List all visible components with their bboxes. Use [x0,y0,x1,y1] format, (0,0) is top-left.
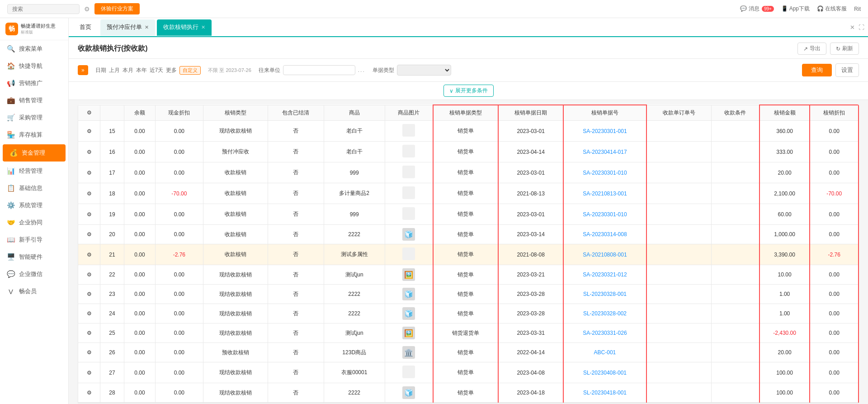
query-btn[interactable]: 查询 [802,64,832,76]
td-gear[interactable]: ⚙ [78,225,100,244]
td-bill-no[interactable]: SA-20230301-010 [563,204,646,225]
date-this-year[interactable]: 本年 [136,67,147,74]
th-gear[interactable]: ⚙ [78,105,100,121]
td-gear[interactable]: ⚙ [78,244,100,265]
sidebar-item-quicknav[interactable]: 🏠 快捷导航 [0,57,68,75]
td-receipt-cond [711,204,760,225]
bill-no-link[interactable]: SL-20230328-002 [583,310,627,317]
td-bill-no[interactable]: SA-20210808-001 [563,244,646,265]
date-last-month[interactable]: 上月 [109,67,120,74]
tab-prepay-close[interactable]: ✕ [145,24,149,30]
td-bill-no[interactable]: ABC-001 [563,343,646,362]
bill-type-select[interactable]: 销货单 销货退货单 [397,65,451,76]
bill-no-link[interactable]: SL-20230418-001 [583,390,627,396]
tab-expand-icon[interactable]: ⛶ [859,24,864,31]
sidebar-item-inventory[interactable]: 🏪 库存核算 [0,126,68,143]
bill-no-link[interactable]: SA-20230321-012 [583,271,627,278]
td-gear[interactable]: ⚙ [78,121,100,142]
bill-no-link[interactable]: SA-20230414-017 [583,149,627,155]
goods-image-blank [402,166,415,178]
refresh-btn[interactable]: ↻ 刷新 [830,43,859,55]
tab-receipt[interactable]: 收款核销执行 ✕ [157,19,212,36]
user-label[interactable]: Rit [854,6,861,12]
td-bill-no[interactable]: SL-20230328-001 [563,285,646,304]
table-area[interactable]: ⚙ 余额 现金折扣 核销类型 包含已结清 商品 商品图片 核销单据类型 核销单据… [69,100,868,404]
export-btn[interactable]: ↗ 导出 [797,43,826,55]
tab-home[interactable]: 首页 [72,19,99,36]
td-type: 收款核销 [203,204,268,225]
td-bill-no[interactable]: SA-20230301-001 [563,121,646,142]
td-seq: 23 [100,285,124,304]
td-bill-date: 2023-03-28 [498,285,563,304]
sidebar-item-system[interactable]: ⚙️ 系统管理 [0,197,68,214]
settings-btn[interactable]: 设置 [835,63,859,77]
td-type: 收款核销 [203,244,268,265]
date-more[interactable]: 更多 [166,67,177,74]
bill-no-link[interactable]: SL-20230408-001 [583,370,627,376]
online-service[interactable]: 🎧 在线客服 [817,5,847,13]
td-balance: 0.00 [124,244,155,265]
sidebar-item-corp[interactable]: 🤝 企业协同 [0,214,68,231]
expand-more-btn[interactable]: ∨ 展开更多条件 [443,85,494,97]
sidebar-item-sales[interactable]: 💼 销售管理 [0,92,68,109]
td-bill-type: 销货单 [433,162,498,183]
td-gear[interactable]: ⚙ [78,265,100,285]
date-custom[interactable]: 自定义 [179,66,201,75]
td-seq: 17 [100,162,124,183]
gear-icon[interactable]: ⚙ [84,5,90,13]
sidebar-item-search[interactable]: 🔍 搜索菜单 [0,40,68,57]
date-this-month[interactable]: 本月 [123,67,133,74]
td-gear[interactable]: ⚙ [78,323,100,343]
td-gear[interactable]: ⚙ [78,285,100,304]
app-download[interactable]: 📱 App下载 [781,5,810,13]
td-gear[interactable]: ⚙ [78,142,100,162]
td-bill-no[interactable]: SA-20230414-017 [563,142,646,162]
sidebar-item-basic[interactable]: 📋 基础信息 [0,180,68,197]
sidebar-label-wechat: 企业微信 [19,270,42,278]
td-seq: 22 [100,265,124,285]
bill-no-link[interactable]: SA-20210808-001 [583,252,627,258]
td-bill-no[interactable]: SA-20230314-008 [563,225,646,244]
td-gear[interactable]: ⚙ [78,162,100,183]
industry-btn[interactable]: 休验行业方案 [94,3,140,14]
sidebar-item-operation[interactable]: 📊 经营管理 [0,162,68,180]
td-settled: 否 [268,142,324,162]
sidebar-item-finance[interactable]: 💰 资金管理 [3,144,66,162]
bill-no-link[interactable]: SA-20230314-008 [583,231,627,238]
td-bill-no[interactable]: SL-20230328-002 [563,304,646,323]
bill-no-link[interactable]: SL-20230328-001 [583,291,627,297]
td-bill-no[interactable]: SA-20230321-012 [563,265,646,285]
td-gear[interactable]: ⚙ [78,304,100,323]
tab-receipt-close[interactable]: ✕ [201,24,205,30]
sidebar-item-marketing[interactable]: 📢 营销推广 [0,75,68,92]
tab-prepay[interactable]: 预付冲应付单 ✕ [100,19,155,36]
search-input[interactable] [7,4,80,14]
sidebar-item-wechat[interactable]: 💬 企业微信 [0,266,68,283]
td-bill-no[interactable]: SA-20210813-001 [563,183,646,204]
sidebar-item-member[interactable]: V 畅会员 [0,283,68,300]
bill-no-link[interactable]: ABC-001 [594,349,616,356]
td-gear[interactable]: ⚙ [78,383,100,403]
tab-close-all-icon[interactable]: ✕ [850,24,855,31]
bill-no-link[interactable]: SA-20210813-001 [583,190,627,197]
td-bill-no[interactable]: SA-20230301-010 [563,162,646,183]
td-gear[interactable]: ⚙ [78,362,100,383]
bill-no-link[interactable]: SA-20230301-001 [583,128,627,134]
sidebar-item-guide[interactable]: 📖 新手引导 [0,231,68,248]
date-7days[interactable]: 近7天 [150,67,164,74]
sidebar-item-hardware[interactable]: 🖥️ 智能硬件 [0,248,68,266]
sidebar-item-purchase[interactable]: 🛒 采购管理 [0,109,68,126]
filter-toggle-btn[interactable]: » [78,65,88,75]
td-bill-no[interactable]: SL-20230408-001 [563,362,646,383]
td-gear[interactable]: ⚙ [78,183,100,204]
td-gear[interactable]: ⚙ [78,204,100,225]
partner-input[interactable] [283,65,355,75]
bill-no-link[interactable]: SA-20230301-010 [583,170,627,176]
bill-no-link[interactable]: SA-20230301-010 [583,211,627,218]
bill-no-link[interactable]: SA-20230331-026 [583,330,627,336]
td-gear[interactable]: ⚙ [78,343,100,362]
td-bill-no[interactable]: SL-20230418-001 [563,383,646,403]
message-area[interactable]: 💬 消息 99+ [740,5,774,13]
td-bill-no[interactable]: SA-20230331-026 [563,323,646,343]
export-icon: ↗ [803,46,808,52]
